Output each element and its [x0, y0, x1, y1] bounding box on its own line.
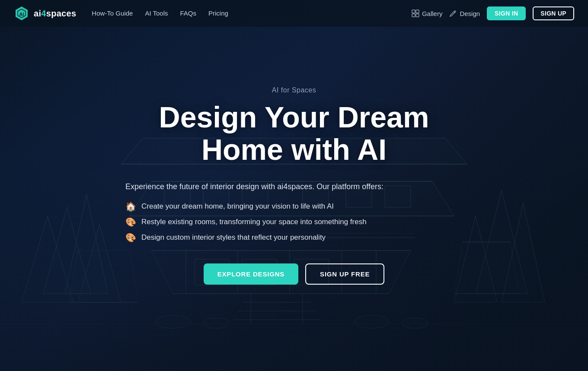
- paint-roller-icon: 🎨: [125, 217, 136, 227]
- svg-text:AI: AI: [19, 12, 24, 17]
- svg-rect-5: [412, 14, 415, 17]
- design-label: Design: [460, 10, 480, 17]
- logo-text: ai4spaces: [34, 9, 76, 19]
- hero-content: AI for Spaces Design Your Dream Home wit…: [108, 86, 480, 285]
- hero-section: AI for Spaces Design Your Dream Home wit…: [0, 0, 588, 371]
- nav-link-ai-tools[interactable]: AI Tools: [145, 10, 168, 17]
- hero-features-list: 🏠 Create your dream home, bringing your …: [125, 201, 463, 243]
- hero-description: Experience the future of interior design…: [125, 181, 463, 193]
- signup-free-button[interactable]: SIGN UP FREE: [305, 263, 384, 285]
- nav-link-how-to-guide[interactable]: How-To Guide: [92, 10, 133, 17]
- feature-1-text: Create your dream home, bringing your vi…: [141, 202, 334, 211]
- hero-actions: EXPLORE DESIGNS SIGN UP FREE: [125, 263, 463, 285]
- feature-3-text: Design custom interior styles that refle…: [141, 233, 326, 242]
- design-link[interactable]: Design: [449, 10, 480, 17]
- nav-link-faqs[interactable]: FAQs: [180, 10, 197, 17]
- navbar-right: Gallery Design SIGN IN SIGN UP: [412, 6, 574, 20]
- svg-rect-4: [416, 10, 419, 13]
- gallery-link[interactable]: Gallery: [412, 10, 443, 17]
- hero-feature-2: 🎨 Restyle existing rooms, transforming y…: [125, 217, 463, 227]
- gallery-icon: [412, 10, 419, 17]
- nav-link-pricing[interactable]: Pricing: [208, 10, 228, 17]
- palette-icon: 🎨: [125, 232, 136, 243]
- nav-links: How-To Guide AI Tools FAQs Pricing: [92, 10, 228, 17]
- feature-2-text: Restyle existing rooms, transforming you…: [141, 218, 367, 226]
- navbar: AI ai4spaces How-To Guide AI Tools FAQs …: [0, 0, 588, 27]
- svg-rect-6: [416, 14, 419, 17]
- explore-designs-button[interactable]: EXPLORE DESIGNS: [204, 263, 298, 285]
- logo[interactable]: AI ai4spaces: [14, 6, 76, 21]
- hero-feature-3: 🎨 Design custom interior styles that ref…: [125, 232, 463, 243]
- design-icon: [449, 10, 457, 17]
- hero-feature-1: 🏠 Create your dream home, bringing your …: [125, 201, 463, 212]
- signin-button[interactable]: SIGN IN: [487, 6, 526, 20]
- home-icon: 🏠: [125, 201, 136, 212]
- svg-rect-3: [412, 10, 415, 13]
- signup-button[interactable]: SIGN UP: [533, 6, 574, 20]
- navbar-left: AI ai4spaces How-To Guide AI Tools FAQs …: [14, 6, 228, 21]
- logo-icon: AI: [14, 6, 29, 21]
- hero-title: Design Your Dream Home with AI: [125, 101, 463, 166]
- hero-tagline: AI for Spaces: [125, 86, 463, 94]
- gallery-label: Gallery: [422, 10, 443, 17]
